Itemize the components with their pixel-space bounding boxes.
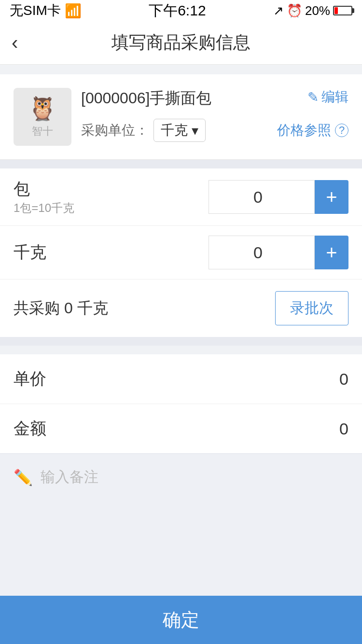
nav-bar: ‹ 填写商品采购信息 — [0, 21, 362, 65]
unit-price-value: 0 — [339, 370, 348, 389]
back-button[interactable]: ‹ — [12, 32, 18, 54]
remark-input[interactable]: 输入备注 — [41, 467, 98, 487]
carrier-label: 无SIM卡 — [10, 1, 61, 20]
edit-label: 编辑 — [321, 88, 348, 106]
amount-value: 0 — [339, 420, 348, 438]
product-image-label: 智十 — [32, 124, 53, 139]
remark-icon: ✏️ — [14, 468, 33, 487]
edit-icon: ✎ — [307, 89, 319, 105]
price-ref-icon: ? — [335, 124, 348, 137]
product-card: 🦉 智十 [0000006]手撕面包 ✎ 编辑 采购单位： 千克 ▾ 价格参照 — [0, 74, 362, 160]
product-header: [0000006]手撕面包 ✎ 编辑 — [81, 88, 348, 109]
unit-price-label: 单价 — [14, 368, 46, 390]
section-divider-2 — [0, 337, 362, 346]
product-image: 🦉 智十 — [14, 88, 71, 146]
summary-text: 共采购 0 千克 — [14, 298, 108, 319]
price-ref-button[interactable]: 价格参照 ? — [277, 121, 348, 140]
unit-dropdown-icon: ▾ — [192, 123, 198, 139]
unit-select[interactable]: 千克 ▾ — [153, 119, 206, 142]
battery-icon — [333, 6, 352, 15]
product-image-icon: 🦉 — [28, 95, 57, 122]
bao-row: 包 1包=10千克 + — [0, 168, 362, 226]
product-unit-row: 采购单位： 千克 ▾ 价格参照 ? — [81, 119, 348, 142]
kg-main-label: 千克 — [14, 241, 71, 264]
price-section: 单价 0 金额 0 — [0, 354, 362, 453]
amount-row: 金额 0 — [0, 404, 362, 453]
section-divider-1 — [0, 160, 362, 168]
bao-plus-button[interactable]: + — [315, 180, 348, 214]
input-section: 包 1包=10千克 + 千克 + — [0, 168, 362, 280]
batch-button[interactable]: 录批次 — [275, 291, 348, 325]
page-title: 填写商品采购信息 — [111, 31, 251, 55]
kg-row: 千克 + — [0, 226, 362, 280]
edit-button[interactable]: ✎ 编辑 — [307, 88, 348, 106]
status-time: 下午6:12 — [149, 1, 206, 21]
bao-input[interactable] — [209, 180, 315, 214]
kg-plus-button[interactable]: + — [315, 236, 348, 269]
remark-section[interactable]: ✏️ 输入备注 — [0, 453, 362, 501]
battery-percentage: 20% — [305, 3, 330, 18]
unit-price-row: 单价 0 — [0, 354, 362, 404]
price-ref-label: 价格参照 — [277, 121, 331, 140]
status-right: ↗ ⏰ 20% — [273, 3, 352, 18]
unit-value: 千克 — [161, 121, 188, 140]
product-info: [0000006]手撕面包 ✎ 编辑 采购单位： 千克 ▾ 价格参照 ? — [81, 88, 348, 142]
kg-stepper: + — [209, 236, 348, 269]
bao-main-label: 包 — [14, 178, 74, 200]
location-icon: ↗ — [273, 3, 284, 18]
unit-label: 采购单位： — [81, 121, 149, 140]
kg-input[interactable] — [209, 236, 315, 269]
bao-sub-label: 1包=10千克 — [14, 200, 74, 216]
wifi-icon: 📶 — [65, 3, 82, 19]
confirm-bar[interactable]: 确定 — [0, 596, 362, 644]
confirm-button[interactable]: 确定 — [163, 608, 199, 632]
bao-label: 包 1包=10千克 — [14, 178, 74, 216]
status-left: 无SIM卡 📶 — [10, 1, 82, 20]
alarm-icon: ⏰ — [287, 3, 302, 18]
status-bar: 无SIM卡 📶 下午6:12 ↗ ⏰ 20% — [0, 0, 362, 21]
bao-stepper: + — [209, 180, 348, 214]
amount-label: 金额 — [14, 418, 46, 440]
kg-label: 千克 — [14, 241, 71, 264]
summary-row: 共采购 0 千克 录批次 — [0, 280, 362, 337]
product-name: [0000006]手撕面包 — [81, 88, 211, 109]
